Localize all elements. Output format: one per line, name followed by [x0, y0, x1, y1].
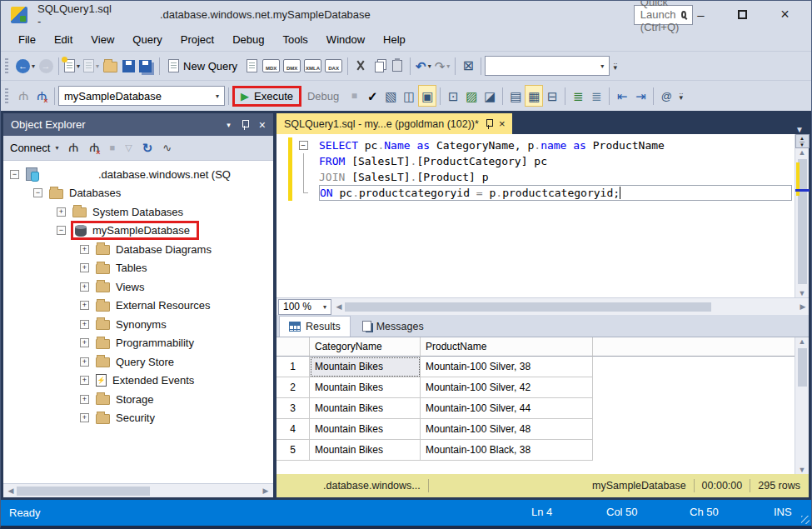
sql-editor[interactable]: −SELECT pc.Name as CategoryName, p.name …: [276, 134, 809, 297]
template-parameters-icon[interactable]: ⊡: [444, 85, 462, 107]
grid-cell[interactable]: Mountain Bikes: [310, 357, 421, 377]
tree-item-tables[interactable]: +Tables: [3, 259, 273, 278]
scroll-left-icon[interactable]: ◀: [5, 487, 17, 495]
row-number[interactable]: 1: [276, 357, 310, 377]
scrollbar-thumb[interactable]: [798, 348, 807, 387]
tree-item-programmability[interactable]: +Programmability: [3, 334, 273, 353]
scroll-left-icon[interactable]: ◀: [333, 302, 345, 311]
open-file-button[interactable]: [101, 55, 119, 77]
paste-button[interactable]: [388, 55, 406, 77]
results-to-grid-icon[interactable]: ▦: [525, 85, 543, 107]
expand-icon[interactable]: +: [57, 207, 66, 217]
row-number[interactable]: 5: [276, 440, 310, 461]
save-all-button[interactable]: [137, 55, 156, 77]
undo-button[interactable]: ↶▾: [414, 55, 433, 77]
tree-item-database-diagrams[interactable]: +Database Diagrams: [3, 240, 273, 259]
menu-item-file[interactable]: File: [9, 30, 45, 49]
tab-messages[interactable]: Messages: [353, 316, 433, 337]
scroll-up-icon[interactable]: ▲: [796, 148, 808, 157]
expand-icon[interactable]: +: [80, 413, 89, 422]
cut-button[interactable]: [351, 55, 370, 77]
quick-launch-input[interactable]: Quick Launch (Ctrl+Q): [634, 5, 694, 25]
collapse-icon[interactable]: −: [33, 188, 42, 197]
database-engine-query-button[interactable]: [242, 55, 261, 77]
toolbar-overflow-button[interactable]: ∙∙▾: [613, 62, 617, 70]
pin-icon[interactable]: [486, 119, 492, 129]
tree-item-database-windows-net-sq[interactable]: −.database.windows.net (SQ: [3, 165, 273, 184]
connect-icon[interactable]: Ψ: [14, 85, 32, 107]
menu-item-window[interactable]: Window: [317, 30, 374, 49]
menu-item-query[interactable]: Query: [123, 30, 171, 49]
intellisense-icon[interactable]: ▣: [418, 85, 436, 107]
sqlcmd-mode-icon[interactable]: @: [657, 85, 675, 107]
scroll-down-icon[interactable]: ▼: [796, 289, 808, 297]
toolbar-grip[interactable]: [5, 88, 8, 103]
connect-server-icon[interactable]: Ψ: [68, 142, 79, 154]
scroll-right-icon[interactable]: ▶: [260, 487, 271, 495]
parse-icon[interactable]: ✓: [363, 85, 381, 107]
collapse-icon[interactable]: −: [57, 226, 66, 235]
copy-button[interactable]: [370, 55, 388, 77]
grid-cell[interactable]: Mountain Bikes: [310, 419, 421, 440]
live-query-stats-icon[interactable]: ◪: [481, 85, 499, 107]
row-number[interactable]: 2: [276, 377, 310, 398]
menu-item-help[interactable]: Help: [374, 30, 415, 49]
grid-cell[interactable]: Mountain-100 Silver, 38: [421, 357, 593, 377]
expand-icon[interactable]: +: [80, 320, 89, 329]
change-connection-icon[interactable]: Ψ: [32, 85, 51, 107]
collapse-icon[interactable]: −: [10, 170, 19, 179]
xmla-query-button[interactable]: XMLA: [302, 55, 323, 77]
resize-grip[interactable]: [801, 516, 810, 524]
disconnect-icon[interactable]: Ψ: [89, 142, 100, 154]
navigate-back-button[interactable]: ←▾: [14, 55, 37, 77]
expand-icon[interactable]: +: [80, 301, 89, 310]
close-button[interactable]: ×: [777, 6, 792, 23]
grid-cell[interactable]: Mountain-100 Silver, 44: [421, 398, 593, 419]
tree-item-mysampledatabase[interactable]: −mySampleDatabase: [3, 222, 273, 241]
tree-item-synonyms[interactable]: +Synonyms: [3, 315, 273, 334]
scroll-up-icon[interactable]: ▲: [796, 337, 808, 346]
window-position-icon[interactable]: ▾: [227, 121, 231, 129]
tree-item-external-resources[interactable]: +External Resources: [3, 297, 273, 316]
grid-cell[interactable]: Mountain Bikes: [310, 398, 421, 419]
grid-cell[interactable]: Mountain-100 Black, 38: [421, 440, 593, 461]
dax-query-button[interactable]: DAX: [323, 55, 344, 77]
scrollbar-thumb[interactable]: [17, 487, 150, 496]
tab-list-dropdown-icon[interactable]: ▼: [795, 125, 809, 134]
grid-cell[interactable]: Mountain-100 Silver, 42: [421, 377, 593, 398]
results-to-file-icon[interactable]: ⊟: [543, 85, 561, 107]
mdx-query-button[interactable]: MDX: [261, 55, 281, 77]
minimize-button[interactable]: –: [693, 7, 708, 22]
decrease-indent-icon[interactable]: ⇤: [613, 85, 631, 107]
tree-item-query-store[interactable]: +Query Store: [3, 352, 273, 372]
new-query-button[interactable]: New Query: [163, 55, 242, 77]
activity-monitor-icon[interactable]: ∿: [162, 142, 172, 153]
expand-icon[interactable]: +: [80, 357, 89, 367]
estimated-plan-icon[interactable]: ▧: [381, 85, 400, 107]
code-line-3[interactable]: JOIN [SalesLT].[Product] p: [276, 169, 795, 185]
increase-indent-icon[interactable]: ⇥: [631, 85, 650, 107]
row-number[interactable]: 3: [276, 398, 310, 419]
menu-item-project[interactable]: Project: [172, 30, 223, 49]
tree-item-databases[interactable]: −Databases: [3, 184, 273, 203]
expand-icon[interactable]: +: [80, 395, 89, 404]
code-line-4[interactable]: ON pc.productcategoryid = p.productcateg…: [276, 185, 795, 201]
close-tab-icon[interactable]: ×: [499, 117, 506, 130]
toolbar-combobox[interactable]: ▾: [485, 56, 610, 76]
pin-icon[interactable]: [242, 120, 248, 130]
expand-icon[interactable]: +: [80, 245, 89, 254]
menu-item-edit[interactable]: Edit: [45, 30, 82, 49]
tab-results[interactable]: Results: [279, 316, 351, 337]
toolbar-overflow-button[interactable]: ∙∙▾: [679, 92, 683, 100]
tree-item-system-databases[interactable]: +System Databases: [3, 202, 273, 222]
tree-item-security[interactable]: +Security: [3, 409, 273, 428]
tab-sqlquery1[interactable]: SQLQuery1.sql - my...e (pgoldman (102))*…: [276, 113, 512, 134]
expand-icon[interactable]: +: [80, 282, 89, 292]
actual-plan-icon[interactable]: ▨: [462, 85, 481, 107]
row-number[interactable]: 4: [276, 419, 310, 440]
connect-dropdown[interactable]: Connect▾: [10, 142, 58, 154]
menu-item-view[interactable]: View: [82, 30, 123, 49]
column-header-productname[interactable]: ProductName: [421, 337, 593, 357]
code-line-1[interactable]: −SELECT pc.Name as CategoryName, p.name …: [276, 137, 795, 153]
tree-item-extended-events[interactable]: +⚡Extended Events: [3, 372, 273, 391]
